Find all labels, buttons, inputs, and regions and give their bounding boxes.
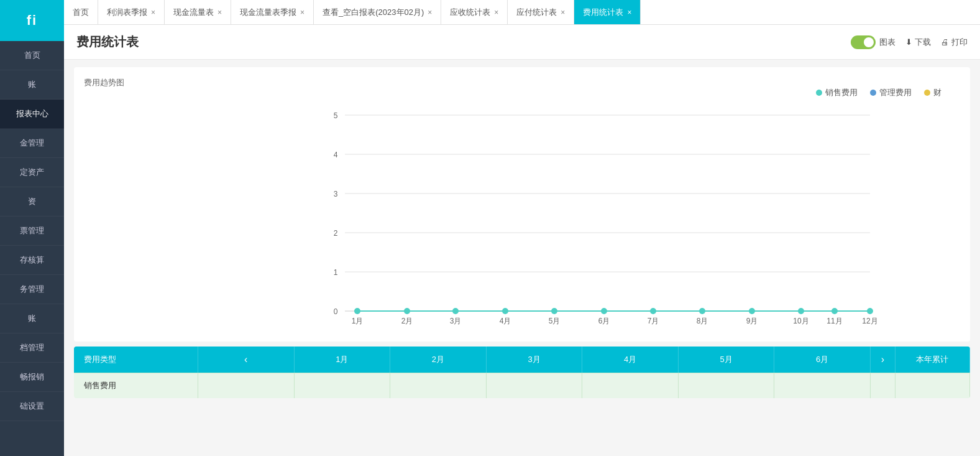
- close-tab-cashflow-quarterly[interactable]: ×: [300, 8, 305, 17]
- svg-text:9月: 9月: [746, 317, 758, 325]
- svg-point-34: [831, 308, 838, 314]
- svg-point-32: [749, 308, 755, 314]
- svg-text:2月: 2月: [401, 317, 413, 325]
- legend-admin: 管理费用: [870, 87, 912, 98]
- legend-dot-sales: [816, 90, 822, 96]
- sidebar-item-affairs[interactable]: 务管理: [0, 275, 64, 304]
- close-tab-cashflow[interactable]: ×: [218, 8, 222, 17]
- col-header-m3: 3月: [487, 347, 583, 373]
- svg-text:1: 1: [334, 268, 338, 277]
- svg-text:12月: 12月: [862, 317, 877, 325]
- sidebar-item-inventory[interactable]: 存核算: [0, 246, 64, 275]
- svg-text:6月: 6月: [598, 317, 610, 325]
- legend-label-sales: 销售费用: [825, 87, 858, 98]
- col-header-m2: 2月: [390, 347, 487, 373]
- tab-home[interactable]: 首页: [64, 0, 98, 24]
- close-tab-receivable[interactable]: ×: [494, 8, 498, 17]
- svg-text:2: 2: [334, 229, 338, 238]
- svg-text:10月: 10月: [793, 317, 808, 325]
- sidebar-item-cash[interactable]: 金管理: [0, 129, 64, 158]
- col-header-nav-next[interactable]: ›: [871, 347, 895, 373]
- sidebar-item-home[interactable]: 首页: [0, 41, 64, 70]
- legend-label-admin: 管理费用: [879, 87, 912, 98]
- download-icon: ⬇: [905, 37, 912, 47]
- close-tab-expense-stats[interactable]: ×: [627, 8, 631, 17]
- svg-point-31: [699, 308, 705, 314]
- sidebar-item-reports[interactable]: 报表中心: [0, 100, 64, 129]
- tab-receivable[interactable]: 应收统计表 ×: [441, 0, 508, 24]
- svg-text:7月: 7月: [648, 317, 659, 325]
- chart-toggle[interactable]: [851, 35, 876, 49]
- tab-payable[interactable]: 应付统计表 ×: [508, 0, 574, 24]
- page-title: 费用统计表: [76, 34, 139, 50]
- next-arrow-icon[interactable]: ›: [879, 354, 887, 365]
- col-header-m6: 6月: [774, 347, 871, 373]
- col-header-m1: 1月: [295, 347, 391, 373]
- sidebar-item-archive[interactable]: 档管理: [0, 333, 64, 363]
- tab-expense-stats[interactable]: 费用统计表 ×: [574, 0, 641, 24]
- sidebar-logo: fi: [0, 0, 64, 41]
- row-m6: [774, 373, 871, 398]
- tab-cashflow-quarterly[interactable]: 现金流量表季报 ×: [231, 0, 314, 24]
- svg-text:11月: 11月: [827, 317, 842, 325]
- header-actions: 图表 ⬇ 下载 🖨 打印: [851, 35, 968, 49]
- col-header-type: 费用类型: [74, 347, 198, 373]
- svg-point-27: [502, 308, 508, 314]
- svg-text:3月: 3月: [450, 317, 462, 325]
- close-tab-blank-report[interactable]: ×: [428, 8, 432, 17]
- svg-point-35: [867, 308, 873, 314]
- sidebar-item-assets[interactable]: 定资产: [0, 158, 64, 187]
- row-m1: [295, 373, 391, 398]
- svg-point-28: [551, 308, 557, 314]
- tab-profit-quarterly[interactable]: 利润表季报 ×: [98, 0, 165, 24]
- tab-blank-report[interactable]: 查看_空白报表(2023年02月) ×: [314, 0, 441, 24]
- svg-text:8月: 8月: [697, 317, 708, 325]
- chart-legend: 销售费用 管理费用 财: [816, 87, 941, 98]
- prev-arrow-icon[interactable]: ‹: [242, 354, 250, 365]
- line-chart-svg: 5 4 3 2 1 0 1月 2月 3月 4月: [84, 100, 960, 330]
- row-m2: [390, 373, 487, 398]
- close-tab-payable[interactable]: ×: [561, 8, 565, 17]
- sidebar: fi 首页 账 报表中心 金管理 定资产 资 票管理 存核算 务管理 账 档管理…: [0, 0, 64, 456]
- toggle-label: 图表: [879, 37, 895, 48]
- sidebar-item-resource[interactable]: 资: [0, 187, 64, 216]
- svg-point-24: [354, 308, 360, 314]
- svg-point-26: [452, 308, 459, 314]
- close-tab-profit-quarterly[interactable]: ×: [151, 8, 155, 17]
- svg-text:4月: 4月: [500, 317, 511, 325]
- svg-text:4: 4: [334, 151, 338, 159]
- col-header-m4: 4月: [582, 347, 679, 373]
- page-header: 费用统计表 图表 ⬇ 下载 🖨 打印: [64, 25, 980, 60]
- svg-text:1月: 1月: [352, 317, 364, 325]
- row-nav-prev: [198, 373, 295, 398]
- row-ytd: [895, 373, 970, 398]
- col-header-nav-prev[interactable]: ‹: [198, 347, 295, 373]
- svg-point-25: [404, 308, 410, 314]
- table-header-row: 费用类型 ‹ 1月 2月 3月 4月 5月 6月 › 本年累计: [74, 347, 970, 373]
- row-type-sales: 销售费用: [74, 373, 198, 398]
- legend-dot-admin: [870, 90, 876, 96]
- row-m4: [582, 373, 679, 398]
- sidebar-item-ledger[interactable]: 账: [0, 304, 64, 333]
- table-row: 销售费用: [74, 373, 970, 398]
- sidebar-item-account[interactable]: 账: [0, 70, 64, 100]
- svg-point-33: [798, 308, 804, 314]
- legend-label-finance: 财: [933, 87, 941, 98]
- legend-dot-finance: [924, 90, 930, 96]
- sidebar-item-tickets[interactable]: 票管理: [0, 216, 64, 246]
- svg-point-30: [650, 308, 656, 314]
- row-m3: [487, 373, 583, 398]
- row-nav-next: [871, 373, 895, 398]
- col-header-ytd: 本年累计: [895, 347, 970, 373]
- tab-cashflow[interactable]: 现金流量表 ×: [165, 0, 231, 24]
- download-button[interactable]: ⬇ 下载: [905, 37, 931, 48]
- legend-sales: 销售费用: [816, 87, 858, 98]
- sidebar-item-expense[interactable]: 畅报销: [0, 363, 64, 392]
- expense-table: 费用类型 ‹ 1月 2月 3月 4月 5月 6月 › 本年累计 销售费用: [74, 347, 970, 398]
- col-header-m5: 5月: [679, 347, 775, 373]
- svg-point-29: [601, 308, 607, 314]
- svg-text:5: 5: [334, 111, 338, 120]
- svg-text:5月: 5月: [549, 317, 561, 325]
- sidebar-item-settings[interactable]: 础设置: [0, 392, 64, 421]
- print-button[interactable]: 🖨 打印: [941, 37, 968, 48]
